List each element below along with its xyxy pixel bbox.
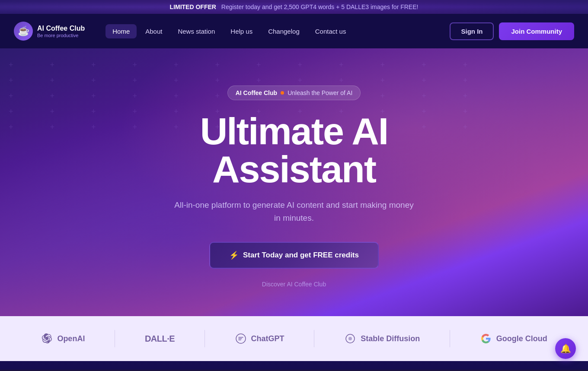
signin-button[interactable]: Sign In — [450, 22, 494, 40]
brand-divider-4 — [450, 330, 450, 347]
brand-chatgpt: ChatGPT — [235, 333, 284, 345]
nav-links: Home About News station Help us Changelo… — [105, 24, 450, 38]
nav-news[interactable]: News station — [171, 24, 222, 38]
svg-point-2 — [348, 337, 352, 340]
brand-divider-3 — [314, 330, 314, 347]
discover-link[interactable]: Discover AI Coffee Club — [262, 281, 326, 288]
chatgpt-label: ChatGPT — [251, 334, 284, 343]
banner-highlight: LIMITED OFFER — [170, 3, 216, 10]
dalle-label: DALL·E — [145, 334, 175, 344]
stable-icon — [344, 333, 356, 345]
nav-help[interactable]: Help us — [224, 24, 259, 38]
openai-label: OpenAI — [57, 334, 85, 343]
nav-actions: Sign In Join Community — [450, 22, 574, 40]
hero-badge-brand: AI Coffee Club — [236, 89, 277, 96]
logo-icon: ☕ — [14, 22, 33, 41]
hero-section: AI Coffee Club Unleash the Power of AI U… — [0, 48, 588, 316]
logo-link[interactable]: ☕ AI Coffee Club Be more productive — [14, 22, 85, 41]
hero-title-line1: Ultimate AI — [200, 110, 388, 152]
logo-text-block: AI Coffee Club Be more productive — [37, 24, 85, 38]
brand-divider-2 — [205, 330, 205, 347]
brands-container: OpenAI DALL·E ChatGPT — [0, 316, 588, 361]
brand-divider-1 — [115, 330, 115, 347]
hero-subtitle: All-in-one platform to generate AI conte… — [173, 199, 415, 225]
banner-content: LIMITED OFFER Register today and get 2,5… — [7, 3, 581, 10]
cta-button[interactable]: ⚡ Start Today and get FREE credits — [209, 242, 379, 269]
google-icon — [480, 333, 492, 345]
hero-content: AI Coffee Club Unleash the Power of AI U… — [173, 86, 415, 288]
cta-icon: ⚡ — [229, 251, 239, 260]
nav-changelog[interactable]: Changelog — [261, 24, 307, 38]
hero-badge: AI Coffee Club Unleash the Power of AI — [227, 86, 361, 100]
notification-icon: 🔔 — [560, 343, 571, 354]
hero-badge-dot — [281, 91, 284, 95]
join-button[interactable]: Join Community — [499, 22, 574, 40]
hero-title-line2: Assistant — [212, 148, 376, 190]
brand-openai: OpenAI — [41, 333, 85, 345]
nav-contact[interactable]: Contact us — [308, 24, 353, 38]
logo-emoji: ☕ — [18, 25, 29, 37]
openai-icon — [41, 333, 53, 345]
notification-button[interactable]: 🔔 — [555, 338, 576, 359]
chatgpt-icon — [235, 333, 247, 345]
hero-title: Ultimate AI Assistant — [200, 112, 388, 188]
top-banner: LIMITED OFFER Register today and get 2,5… — [0, 0, 588, 14]
brand-google: Google Cloud — [480, 333, 547, 345]
brand-stable: Stable Diffusion — [344, 333, 420, 345]
navbar: ☕ AI Coffee Club Be more productive Home… — [0, 14, 588, 48]
hero-badge-tagline: Unleash the Power of AI — [288, 89, 352, 96]
logo-main-text: AI Coffee Club — [37, 24, 85, 32]
nav-about[interactable]: About — [138, 24, 169, 38]
cta-label: Start Today and get FREE credits — [243, 251, 359, 260]
brands-section: OpenAI DALL·E ChatGPT — [0, 316, 588, 370]
nav-home[interactable]: Home — [105, 24, 137, 38]
logo-sub-text: Be more productive — [37, 33, 85, 38]
google-label: Google Cloud — [496, 334, 547, 343]
brand-dalle: DALL·E — [145, 334, 175, 344]
stable-label: Stable Diffusion — [361, 334, 420, 343]
banner-text: Register today and get 2,500 GPT4 words … — [221, 3, 419, 10]
